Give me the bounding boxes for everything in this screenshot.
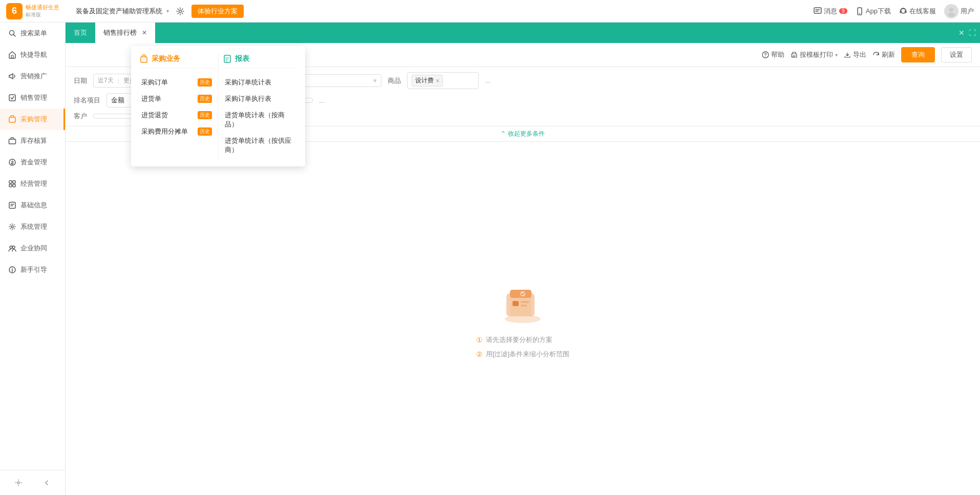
- svg-rect-37: [141, 57, 147, 62]
- sidebar-label-sales: 销售管理: [20, 93, 47, 102]
- refresh-icon: [872, 51, 880, 58]
- goods-tag-label: 设计费: [415, 76, 434, 85]
- tab-home[interactable]: 首页: [66, 23, 95, 43]
- receipt-stats-supplier-item[interactable]: 进货单统计表（按供应商）: [223, 133, 297, 158]
- sidebar-item-operations[interactable]: 经营管理: [0, 173, 65, 195]
- svg-point-27: [765, 56, 765, 57]
- salesperson-dots[interactable]: ...: [319, 97, 325, 104]
- sidebar-settings-button[interactable]: [6, 477, 31, 489]
- sidebar-label-operations: 经营管理: [20, 179, 47, 188]
- user-menu[interactable]: 用户: [944, 4, 974, 18]
- svg-rect-16: [13, 181, 15, 183]
- finance-icon: [8, 158, 16, 166]
- sidebar-item-purchase[interactable]: 采购管理: [0, 109, 65, 130]
- sidebar-label-marketing: 营销推广: [20, 72, 47, 81]
- export-button[interactable]: 导出: [844, 50, 866, 59]
- print-dropdown-arrow[interactable]: ▾: [835, 52, 838, 58]
- sidebar-item-quick-nav[interactable]: 快捷导航: [0, 44, 65, 66]
- tab-close-button[interactable]: ✕: [142, 29, 147, 36]
- svg-rect-34: [521, 301, 529, 303]
- tab-sales-rank[interactable]: 销售排行榜 ✕: [95, 23, 155, 43]
- settings-button[interactable]: 设置: [941, 47, 972, 62]
- system-icon: [8, 223, 16, 231]
- settings-icon: [14, 479, 23, 487]
- nav-dropdown-arrow[interactable]: ▾: [166, 8, 169, 14]
- svg-rect-10: [11, 55, 13, 58]
- app-download-button[interactable]: App下载: [856, 7, 891, 16]
- goods-dots[interactable]: ...: [485, 77, 491, 84]
- print-button[interactable]: 按模板打印 ▾: [791, 50, 838, 59]
- content-area: 首页 销售排行榜 ✕ ✕ ⛶: [66, 23, 980, 495]
- help-button[interactable]: 帮助: [762, 50, 784, 59]
- svg-point-0: [179, 10, 182, 12]
- purchase-icon: [8, 115, 16, 123]
- tab-home-label: 首页: [74, 28, 87, 37]
- sidebar-label-inventory: 库存核算: [20, 136, 47, 145]
- sidebar-item-basic-info[interactable]: 基础信息: [0, 195, 65, 216]
- print-icon: [791, 51, 798, 58]
- purchase-return-item[interactable]: 进货退货 历史: [139, 107, 214, 123]
- avatar: [944, 4, 958, 18]
- goods-tag-close[interactable]: ×: [436, 77, 439, 84]
- goods-tag: 设计费 ×: [412, 75, 443, 87]
- top-right: 消息 9 App下载 在线客服: [814, 4, 974, 18]
- sidebar-item-sales[interactable]: 销售管理: [0, 87, 65, 109]
- empty-hint-2: ② 用[过滤]条件来缩小分析范围: [476, 347, 569, 361]
- industry-button[interactable]: 体验行业方案: [191, 5, 244, 18]
- notification-count: 9: [839, 8, 847, 14]
- sidebar-collapse-button[interactable]: [35, 477, 59, 489]
- empty-illustration: [492, 275, 553, 327]
- svg-rect-18: [13, 184, 15, 187]
- notifications-label: 消息: [824, 7, 837, 16]
- top-nav: 装备及固定资产辅助管理系统 ▾ 体验行业方案: [72, 4, 814, 18]
- sidebar-item-system[interactable]: 系统管理: [0, 216, 65, 238]
- tab-expand-button[interactable]: ⛶: [969, 29, 976, 37]
- svg-point-8: [948, 13, 955, 17]
- sidebar-item-search[interactable]: 搜索菜单: [0, 23, 65, 44]
- online-service-label: 在线客服: [909, 7, 936, 16]
- purchase-order-item[interactable]: 采购订单 历史: [139, 74, 214, 91]
- top-bar: 6 畅捷通好生意 标准版 装备及固定资产辅助管理系统 ▾ 体验行业方案: [0, 0, 980, 23]
- sidebar-label-system: 系统管理: [20, 222, 47, 231]
- date-option-7days[interactable]: 近7天: [98, 76, 114, 85]
- sidebar-item-marketing[interactable]: 营销推广: [0, 66, 65, 87]
- online-service-button[interactable]: 在线客服: [899, 7, 936, 16]
- query-button[interactable]: 查询: [901, 47, 935, 62]
- purchase-expense-item[interactable]: 采购费用分摊单 历史: [139, 123, 214, 140]
- bill-status-arrow: ▾: [373, 77, 377, 84]
- svg-point-25: [17, 482, 19, 484]
- goods-filter-input[interactable]: 设计费 ×: [407, 72, 479, 89]
- operations-icon: [8, 180, 16, 188]
- help-icon: [762, 51, 769, 58]
- sidebar-label-basic-info: 基础信息: [20, 201, 47, 210]
- sidebar-label-search: 搜索菜单: [20, 29, 47, 38]
- collapse-label: 收起更多条件: [508, 130, 545, 137]
- basic-info-icon: [8, 201, 16, 209]
- sidebar-item-cooperation[interactable]: 企业协同: [0, 238, 65, 259]
- purchase-receipt-item[interactable]: 进货单 历史: [139, 91, 214, 107]
- sidebar-item-guide[interactable]: 新手引导: [0, 259, 65, 281]
- collapse-icon: [42, 479, 51, 487]
- purchase-col-icon: [139, 54, 148, 63]
- empty-hints: ① 请先选择要分析的方案 ② 用[过滤]条件来缩小分析范围: [476, 333, 569, 361]
- purchase-receipt-label: 进货单: [141, 94, 161, 103]
- refresh-button[interactable]: 刷新: [872, 50, 895, 59]
- svg-rect-12: [9, 117, 15, 122]
- sidebar-item-finance[interactable]: 资金管理: [0, 152, 65, 173]
- notifications-button[interactable]: 消息 9: [814, 7, 847, 16]
- help-label: 帮助: [771, 50, 784, 59]
- purchase-dropdown-menu: 采购业务 采购订单 历史 进货单 历史 进货退货 历史: [131, 46, 305, 166]
- topbar-settings-button[interactable]: [173, 4, 187, 18]
- svg-rect-13: [9, 139, 16, 144]
- purchase-receipt-history-badge: 历史: [198, 95, 212, 103]
- purchase-order-exec-item[interactable]: 采购订单执行表: [223, 91, 297, 107]
- sidebar-item-inventory[interactable]: 库存核算: [0, 130, 65, 152]
- sidebar-label-purchase: 采购管理: [20, 115, 47, 124]
- inventory-icon: [8, 137, 16, 145]
- rank-label: 排名项目: [74, 96, 100, 105]
- receipt-stats-goods-item[interactable]: 进货单统计表（按商品）: [223, 107, 297, 133]
- tab-close-all-button[interactable]: ✕: [958, 29, 965, 37]
- purchase-order-stats-item[interactable]: 采购订单统计表: [223, 74, 297, 91]
- empty-hint-1: ① 请先选择要分析的方案: [476, 333, 569, 347]
- logo-badge: 标准版: [26, 11, 59, 18]
